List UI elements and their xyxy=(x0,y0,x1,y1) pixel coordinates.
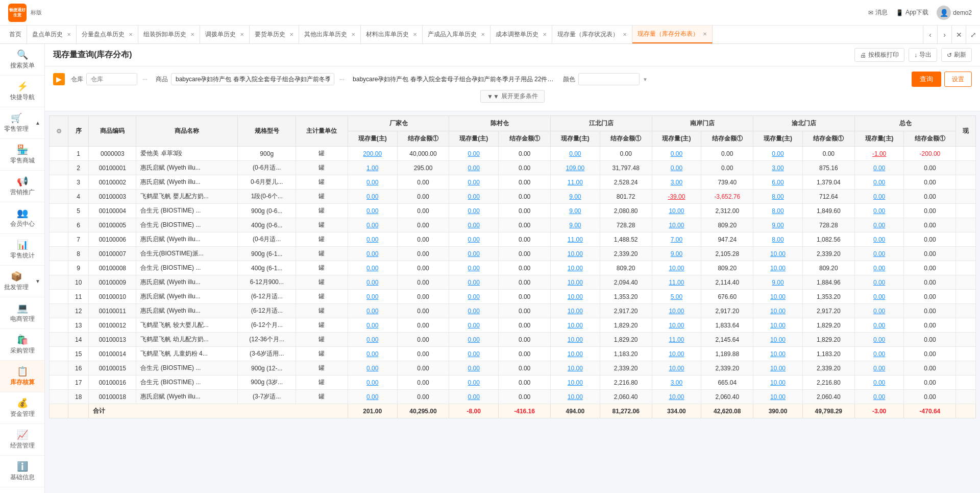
tab-close-diaoBo[interactable]: ✕ xyxy=(240,32,244,37)
cell-zongcang-cun[interactable]: 0.00 xyxy=(854,304,904,318)
product-input[interactable] xyxy=(171,73,334,85)
cell-nanan-cun[interactable]: 10.00 xyxy=(652,361,701,375)
cell-changjiacao-cun[interactable]: 0.00 xyxy=(348,318,397,333)
cell-yubei-cun[interactable]: 10.00 xyxy=(753,347,803,361)
tab-close-zuzhuang[interactable]: ✕ xyxy=(190,32,194,37)
cell-yubei-cun[interactable]: 9.00 xyxy=(753,218,803,232)
tab-scroll-left[interactable]: ‹ xyxy=(923,26,937,44)
cell-changjiacao-cun[interactable]: 0.00 xyxy=(348,347,397,361)
tab-home[interactable]: 首页 xyxy=(4,26,27,43)
cell-changjiacao-cun[interactable]: 200.00 xyxy=(348,147,397,161)
tab-close-yaohuo[interactable]: ✕ xyxy=(289,32,293,37)
tab-close-pandian[interactable]: ✕ xyxy=(67,32,71,37)
cell-zongcang-cun[interactable]: 0.00 xyxy=(854,247,904,261)
collapse-btn[interactable]: ▶ xyxy=(53,73,65,85)
cell-yubei-cun[interactable]: 8.00 xyxy=(753,232,803,247)
sidebar-item-ecommerce[interactable]: 💻 电商管理 xyxy=(0,297,44,329)
cell-changjiacao-cun[interactable]: 0.00 xyxy=(348,333,397,347)
cell-zongcang-cun[interactable]: 0.00 xyxy=(854,204,904,218)
tab-scroll-right[interactable]: › xyxy=(937,26,951,44)
tab-kucun-status[interactable]: 现存量（库存状况表） ✕ xyxy=(552,26,632,43)
cell-changjiacao-cun[interactable]: 0.00 xyxy=(348,290,397,304)
tab-zuzhuang[interactable]: 组装拆卸单历史 ✕ xyxy=(138,26,200,43)
cell-jiangbei-cun[interactable]: 9.00 xyxy=(551,190,600,204)
tab-fenpandian[interactable]: 分量盘点单历史 ✕ xyxy=(77,26,138,43)
cell-jiangbei-cun[interactable]: 0.00 xyxy=(551,147,600,161)
app-download-btn[interactable]: 📱 App下载 xyxy=(896,8,928,17)
cell-chencun-cun[interactable]: 0.00 xyxy=(449,175,499,190)
sidebar-item-finance[interactable]: 💰 资金管理 xyxy=(0,392,44,424)
cell-yubei-cun[interactable]: 6.00 xyxy=(753,175,803,190)
cell-zongcang-cun[interactable]: 0.00 xyxy=(854,333,904,347)
cell-changjiacao-cun[interactable]: 0.00 xyxy=(348,390,397,404)
cell-zongcang-cun[interactable]: 0.00 xyxy=(854,347,904,361)
cell-zongcang-cun[interactable]: 0.00 xyxy=(854,361,904,375)
color-input[interactable] xyxy=(578,73,640,85)
cell-jiangbei-cun[interactable]: 10.00 xyxy=(551,290,600,304)
cell-nanan-cun[interactable]: 10.00 xyxy=(652,204,701,218)
cell-zongcang-cun[interactable]: -1.00 xyxy=(854,147,904,161)
cell-jiangbei-cun[interactable]: 10.00 xyxy=(551,304,600,318)
cell-nanan-cun[interactable]: 0.00 xyxy=(652,161,701,175)
cell-chencun-cun[interactable]: 0.00 xyxy=(449,361,499,375)
cell-zongcang-cun[interactable]: 0.00 xyxy=(854,175,904,190)
cell-changjiacao-cun[interactable]: 0.00 xyxy=(348,175,397,190)
cell-chencun-cun[interactable]: 0.00 xyxy=(449,218,499,232)
cell-changjiacao-cun[interactable]: 0.00 xyxy=(348,304,397,318)
tab-close-chanchenpin[interactable]: ✕ xyxy=(481,32,485,37)
tab-kucun-dist[interactable]: 现存量（库存分布表） ✕ xyxy=(632,26,713,43)
cell-nanan-cun[interactable]: 0.00 xyxy=(652,147,701,161)
cell-nanan-cun[interactable]: 11.00 xyxy=(652,333,701,347)
cell-nanan-cun[interactable]: 10.00 xyxy=(652,261,701,275)
cell-nanan-cun[interactable]: 10.00 xyxy=(652,304,701,318)
tab-yaohuo[interactable]: 要货单历史 ✕ xyxy=(250,26,299,43)
cell-changjiacao-cun[interactable]: 0.00 xyxy=(348,204,397,218)
cell-chencun-cun[interactable]: 0.00 xyxy=(449,290,499,304)
cell-zongcang-cun[interactable]: 0.00 xyxy=(854,261,904,275)
cell-jiangbei-cun[interactable]: 10.00 xyxy=(551,333,600,347)
cell-chencun-cun[interactable]: 0.00 xyxy=(449,275,499,290)
cell-yubei-cun[interactable]: 10.00 xyxy=(753,361,803,375)
tab-qitachuku[interactable]: 其他出库单历史 ✕ xyxy=(299,26,361,43)
cell-changjiacao-cun[interactable]: 1.00 xyxy=(348,161,397,175)
cell-yubei-cun[interactable]: 10.00 xyxy=(753,318,803,333)
cell-chencun-cun[interactable]: 0.00 xyxy=(449,318,499,333)
refresh-btn[interactable]: ↺ 刷新 xyxy=(941,48,972,62)
cell-jiangbei-cun[interactable]: 10.00 xyxy=(551,261,600,275)
cell-jiangbei-cun[interactable]: 10.00 xyxy=(551,247,600,261)
print-btn[interactable]: 🖨 按模板打印 xyxy=(854,48,904,62)
sidebar-item-system[interactable]: ⚙️ 系统管理 xyxy=(0,487,44,493)
cell-nanan-cun[interactable]: 11.00 xyxy=(652,275,701,290)
cell-changjiacao-cun[interactable]: 0.00 xyxy=(348,275,397,290)
cell-chencun-cun[interactable]: 0.00 xyxy=(449,375,499,390)
cell-chencun-cun[interactable]: 0.00 xyxy=(449,147,499,161)
cell-yubei-cun[interactable]: 8.00 xyxy=(753,204,803,218)
query-btn[interactable]: 查询 xyxy=(912,72,941,87)
cell-chencun-cun[interactable]: 0.00 xyxy=(449,232,499,247)
cell-nanan-cun[interactable]: 3.00 xyxy=(652,375,701,390)
sidebar-item-retail-stats[interactable]: 📊 零售统计 xyxy=(0,234,44,266)
cell-jiangbei-cun[interactable]: 109.00 xyxy=(551,161,600,175)
cell-nanan-cun[interactable]: 10.00 xyxy=(652,318,701,333)
cell-nanan-cun[interactable]: -39.00 xyxy=(652,190,701,204)
cell-zongcang-cun[interactable]: 0.00 xyxy=(854,190,904,204)
cell-changjiacao-cun[interactable]: 0.00 xyxy=(348,232,397,247)
sidebar-item-retail-mall[interactable]: 🏪 零售商城 xyxy=(0,139,44,171)
cell-nanan-cun[interactable]: 10.00 xyxy=(652,218,701,232)
sidebar-item-member[interactable]: 👥 会员中心 xyxy=(0,202,44,234)
cell-jiangbei-cun[interactable]: 10.00 xyxy=(551,361,600,375)
cell-zongcang-cun[interactable]: 0.00 xyxy=(854,390,904,404)
cell-nanan-cun[interactable]: 3.00 xyxy=(652,175,701,190)
cell-yubei-cun[interactable]: 8.00 xyxy=(753,190,803,204)
cell-changjiacao-cun[interactable]: 0.00 xyxy=(348,375,397,390)
sidebar-item-wholesale[interactable]: 📦 批发管理 ▼ xyxy=(0,266,44,297)
cell-changjiacao-cun[interactable]: 0.00 xyxy=(348,218,397,232)
cell-zongcang-cun[interactable]: 0.00 xyxy=(854,318,904,333)
cell-yubei-cun[interactable]: 3.00 xyxy=(753,161,803,175)
cell-nanan-cun[interactable]: 10.00 xyxy=(652,347,701,361)
setting-btn[interactable]: 设置 xyxy=(944,72,972,87)
cell-nanan-cun[interactable]: 10.00 xyxy=(652,390,701,404)
tab-close-kucun-dist[interactable]: ✕ xyxy=(703,31,707,37)
cell-chencun-cun[interactable]: 0.00 xyxy=(449,161,499,175)
sidebar-item-purchase[interactable]: 🛍️ 采购管理 xyxy=(0,329,44,361)
